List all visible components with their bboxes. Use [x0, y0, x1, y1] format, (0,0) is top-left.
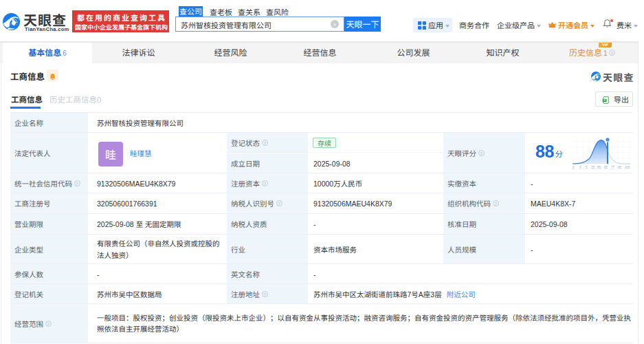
- svg-text:3: 3: [579, 165, 581, 169]
- svg-text:77: 77: [611, 165, 615, 169]
- svg-text:15: 15: [591, 165, 595, 169]
- svg-text:5: 5: [586, 165, 588, 169]
- svg-text:65: 65: [604, 165, 608, 169]
- svg-text:56: 56: [597, 165, 601, 169]
- svg-text:95: 95: [618, 165, 622, 169]
- svg-text:100: 100: [625, 165, 630, 169]
- svg-text:0: 0: [573, 165, 575, 169]
